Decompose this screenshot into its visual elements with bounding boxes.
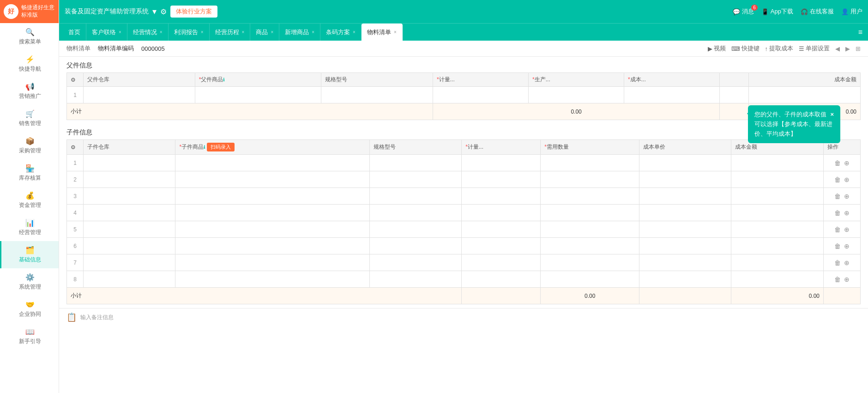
child-goods-cell[interactable] [175,188,369,205]
sidebar-item-operations[interactable]: 📊 经营管理 [0,214,59,241]
child-unit-cost-cell[interactable] [639,155,731,171]
child-goods-cell[interactable] [175,205,369,221]
child-unit-cost-cell[interactable] [639,271,731,288]
delete-icon[interactable]: 🗑 [833,258,842,267]
copy-icon[interactable]: ⊕ [843,175,850,184]
child-unit-cost-cell[interactable] [639,188,731,205]
parent-produce-cell[interactable] [529,87,624,103]
child-qty-cell[interactable] [541,155,639,171]
child-unit-cost-cell[interactable] [639,171,731,188]
tab-customer[interactable]: 客户联络 × [86,24,127,41]
expand-icon[interactable]: ⊞ [856,45,861,52]
sidebar-item-marketing[interactable]: 📢 营销推广 [0,78,59,105]
sidebar-item-quicknav[interactable]: ⚡ 快捷导航 [0,50,59,78]
tab-home[interactable]: 首页 [63,24,86,41]
child-qty-cell[interactable] [541,188,639,205]
child-qty-cell[interactable] [541,171,639,188]
child-warehouse-cell[interactable] [84,254,175,271]
child-warehouse-cell[interactable] [84,238,175,254]
sidebar-item-finance[interactable]: 💰 资金管理 [0,187,59,214]
delete-icon[interactable]: 🗑 [833,208,842,218]
note-placeholder[interactable]: 输入备注信息 [80,314,114,321]
child-spec-cell[interactable] [369,205,461,221]
sidebar-item-system[interactable]: ⚙️ 系统管理 [0,268,59,296]
user-item[interactable]: 👤 用户 [841,7,862,16]
video-action[interactable]: ▶ 视频 [708,44,726,53]
copy-icon[interactable]: ⊕ [843,158,850,168]
child-warehouse-cell[interactable] [84,205,175,221]
child-spec-cell[interactable] [369,271,461,288]
close-icon[interactable]: × [353,30,356,35]
trial-button[interactable]: 体验行业方案 [170,6,217,18]
nav-prev-icon[interactable]: ◀ [835,45,840,52]
child-unit-cell[interactable] [462,238,541,254]
child-unit-cost-cell[interactable] [639,221,731,238]
sidebar-item-guide[interactable]: 📖 新手引导 [0,323,59,350]
child-qty-cell[interactable] [541,271,639,288]
close-icon[interactable]: × [271,30,273,35]
close-all-tabs-icon[interactable]: ≡ [856,26,864,38]
sidebar-item-purchase[interactable]: 📦 采购管理 [0,132,59,159]
child-unit-cell[interactable] [462,171,541,188]
child-spec-cell[interactable] [369,155,461,171]
tab-bom[interactable]: 物料清单 × [362,24,403,41]
child-spec-cell[interactable] [369,188,461,205]
tab-operations-status[interactable]: 经营情况 × [127,24,169,41]
delete-icon[interactable]: 🗑 [833,225,842,234]
child-qty-cell[interactable] [541,254,639,271]
child-unit-cost-cell[interactable] [639,205,731,221]
shortcut-action[interactable]: ⌨ 快捷键 [731,44,760,53]
child-unit-cell[interactable] [462,254,541,271]
app-download-item[interactable]: 📱 App下载 [761,7,793,16]
delete-icon[interactable]: 🗑 [833,175,842,184]
nav-next-icon[interactable]: ▶ [845,45,850,52]
child-unit-cell[interactable] [462,188,541,205]
message-icon-item[interactable]: 💬 消息 6 [733,7,754,16]
extract-cost-action[interactable]: ↑ 提取成本 [765,44,794,53]
sidebar-item-search[interactable]: 🔍 搜索菜单 [0,23,59,50]
sidebar-item-inventory[interactable]: 🏪 库存核算 [0,159,59,187]
child-unit-cost-cell[interactable] [639,254,731,271]
child-unit-cell[interactable] [462,221,541,238]
child-goods-cell[interactable] [175,271,369,288]
close-icon[interactable]: × [242,30,245,35]
child-qty-cell[interactable] [541,221,639,238]
child-warehouse-cell[interactable] [84,155,175,171]
close-icon[interactable]: × [312,30,314,35]
delete-icon[interactable]: 🗑 [833,242,842,251]
child-unit-cell[interactable] [462,205,541,221]
gear-icon[interactable]: ⚙ [160,7,167,16]
system-dropdown-icon[interactable]: ▾ [152,6,157,17]
copy-icon[interactable]: ⊕ [843,192,850,201]
delete-icon[interactable]: 🗑 [833,192,842,201]
copy-icon[interactable]: ⊕ [843,275,850,284]
child-warehouse-cell[interactable] [84,221,175,238]
close-icon[interactable]: × [160,30,163,35]
child-goods-cell[interactable] [175,238,369,254]
tab-goods[interactable]: 商品 × [250,24,279,41]
parent-unit-cell[interactable] [433,87,529,103]
copy-icon[interactable]: ⊕ [843,225,850,234]
close-icon[interactable]: × [394,30,397,35]
scan-button[interactable]: 扫码录入 [207,143,235,151]
single-setting-action[interactable]: ☰ 单据设置 [799,44,830,53]
online-service-item[interactable]: 🎧 在线客服 [801,7,834,16]
child-unit-cost-cell[interactable] [639,238,731,254]
delete-icon[interactable]: 🗑 [833,158,842,168]
sidebar-item-corp[interactable]: 🤝 企业协同 [0,296,59,323]
child-goods-cell[interactable] [175,221,369,238]
child-warehouse-cell[interactable] [84,271,175,288]
child-spec-cell[interactable] [369,254,461,271]
child-qty-cell[interactable] [541,205,639,221]
child-unit-cell[interactable] [462,271,541,288]
tab-new-goods[interactable]: 新增商品 × [279,24,320,41]
breadcrumb-bom-code[interactable]: 物料清单编码 [98,44,134,53]
child-spec-cell[interactable] [369,221,461,238]
tab-history[interactable]: 经营历程 × [210,24,251,41]
sidebar-item-sales[interactable]: 🛒 销售管理 [0,105,59,132]
delete-icon[interactable]: 🗑 [833,275,842,284]
child-goods-cell[interactable] [175,155,369,171]
sidebar-item-basic-info[interactable]: 🗂️ 基础信息 [0,241,59,268]
child-spec-cell[interactable] [369,171,461,188]
child-goods-cell[interactable] [175,254,369,271]
